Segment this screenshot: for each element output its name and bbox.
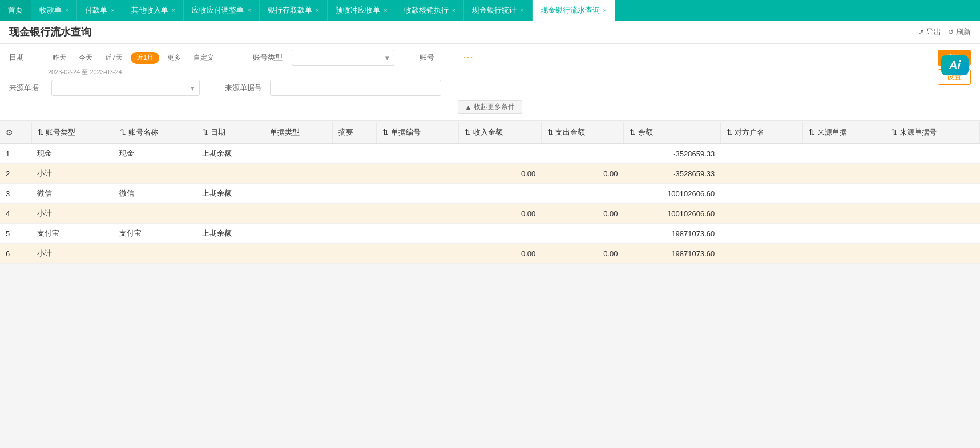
table-cell <box>332 164 376 184</box>
ai-badge[interactable]: Ai <box>941 55 969 75</box>
table-row: 6小计0.000.0019871073.60 <box>0 244 980 264</box>
table-cell: 上期余额 <box>196 224 264 244</box>
table-header-row: ⚙ ⇅ 账号类型 ⇅ 账号名称 ⇅ 日期 单据类型 摘要 ⇅ 单据编号 ⇅ 收入… <box>0 122 980 143</box>
col-source-doc-no[interactable]: ⇅ 来源单据号 <box>885 122 980 143</box>
page-header: 现金银行流水查询 ↗ 导出 ↺ 刷新 <box>0 21 980 44</box>
table-cell <box>720 164 802 184</box>
nav-tab-ar-adjust[interactable]: 应收应付调整单 × <box>184 0 259 21</box>
export-button[interactable]: ↗ 导出 <box>918 27 941 37</box>
table-cell: 0.00 <box>541 244 623 264</box>
table-cell <box>264 244 332 264</box>
nav-tab-ar-adjust-label: 应收应付调整单 <box>192 5 244 15</box>
collapse-button[interactable]: ▲ 收起更多条件 <box>458 100 523 114</box>
table-row: 4小计0.000.00100102606.60 <box>0 204 980 224</box>
nav-tab-writeoff[interactable]: 收款核销执行 × <box>396 0 464 21</box>
nav-home[interactable]: 首页 <box>0 0 31 21</box>
source-doc-no-label: 来源单据号 <box>225 83 262 93</box>
source-doc-select[interactable]: ▾ <box>51 80 200 96</box>
col-income-label: ⇅ 收入金额 <box>465 128 503 136</box>
nav-tab-other-income-close[interactable]: × <box>172 7 175 14</box>
date-options: 昨天 今天 近7天 近1月 更多 自定义 <box>48 52 219 64</box>
table-cell <box>377 164 459 184</box>
nav-tab-prepay-label: 预收冲应收单 <box>336 5 380 15</box>
col-account-type[interactable]: ⇅ 账号类型 <box>31 122 114 143</box>
col-income[interactable]: ⇅ 收入金额 <box>459 122 541 143</box>
filter-area: 日期 昨天 今天 近7天 近1月 更多 自定义 账号类型 ▾ <box>0 44 980 121</box>
table-cell: 19871073.60 <box>623 224 720 244</box>
col-counterparty-label: ⇅ 对方户名 <box>727 128 765 136</box>
col-doc-no[interactable]: ⇅ 单据编号 <box>377 122 459 143</box>
collapse-bar: ▲ 收起更多条件 <box>9 98 971 117</box>
source-filter-row: 来源单据 ▾ 来源单据号 <box>9 80 926 96</box>
nav-tab-bank-deposit-close[interactable]: × <box>316 7 319 14</box>
table-cell <box>332 244 376 264</box>
nav-tab-payment[interactable]: 付款单 × <box>77 0 123 21</box>
col-account-name[interactable]: ⇅ 账号名称 <box>114 122 196 143</box>
nav-tab-payment-close[interactable]: × <box>111 7 114 14</box>
table-cell: -3528659.33 <box>623 143 720 164</box>
refresh-label: 刷新 <box>956 27 971 37</box>
nav-tab-cash-stat[interactable]: 现金银行统计 × <box>464 0 532 21</box>
col-expense[interactable]: ⇅ 支出金额 <box>541 122 623 143</box>
col-gear[interactable]: ⚙ <box>0 122 31 143</box>
table-cell <box>720 244 802 264</box>
date-7days[interactable]: 近7天 <box>100 52 127 64</box>
col-date[interactable]: ⇅ 日期 <box>196 122 264 143</box>
table-cell <box>720 224 802 244</box>
table-cell: 1 <box>0 143 31 164</box>
nav-tab-cash-flow-close[interactable]: × <box>603 7 607 14</box>
table-cell <box>459 143 541 164</box>
col-counterparty[interactable]: ⇅ 对方户名 <box>720 122 802 143</box>
table-cell <box>196 244 264 264</box>
table-cell: 微信 <box>31 184 114 204</box>
date-today[interactable]: 今天 <box>74 52 97 64</box>
date-yesterday[interactable]: 昨天 <box>48 52 71 64</box>
col-doc-type[interactable]: 单据类型 <box>264 122 332 143</box>
source-doc-arrow: ▾ <box>191 84 195 92</box>
table-cell <box>332 184 376 204</box>
account-no-ellipsis[interactable]: ··· <box>463 53 474 63</box>
nav-tab-prepay[interactable]: 预收冲应收单 × <box>328 0 396 21</box>
nav-tab-ar-adjust-close[interactable]: × <box>247 7 251 14</box>
table-cell: 5 <box>0 224 31 244</box>
nav-tab-writeoff-close[interactable]: × <box>452 7 455 14</box>
col-source-doc[interactable]: ⇅ 来源单据 <box>803 122 885 143</box>
nav-tab-receipt[interactable]: 收款单 × <box>31 0 77 21</box>
table-cell <box>377 184 459 204</box>
nav-tab-cash-stat-close[interactable]: × <box>520 7 523 14</box>
col-balance[interactable]: ⇅ 余额 <box>623 122 720 143</box>
table-cell: 6 <box>0 244 31 264</box>
source-doc-no-input[interactable] <box>270 80 441 96</box>
refresh-button[interactable]: ↺ 刷新 <box>948 27 971 37</box>
table-cell: 0.00 <box>459 244 541 264</box>
table-cell <box>720 204 802 224</box>
table-cell: -3528659.33 <box>623 164 720 184</box>
account-type-select[interactable]: ▾ <box>292 50 394 66</box>
export-label: 导出 <box>926 27 941 37</box>
date-more[interactable]: 更多 <box>163 52 185 64</box>
table-cell <box>264 164 332 184</box>
refresh-icon: ↺ <box>948 28 954 36</box>
nav-tab-prepay-close[interactable]: × <box>384 7 387 14</box>
table-cell: 支付宝 <box>114 224 196 244</box>
nav-home-label: 首页 <box>8 5 23 15</box>
nav-tab-cash-flow[interactable]: 现金银行流水查询 × <box>533 0 615 21</box>
nav-tab-bank-deposit[interactable]: 银行存取款单 × <box>260 0 328 21</box>
col-summary[interactable]: 摘要 <box>332 122 376 143</box>
nav-tab-receipt-label: 收款单 <box>39 5 62 15</box>
table-cell <box>803 204 885 224</box>
date-custom[interactable]: 自定义 <box>189 52 219 64</box>
table-cell: 小计 <box>31 204 114 224</box>
table-cell <box>332 224 376 244</box>
table-container: ⚙ ⇅ 账号类型 ⇅ 账号名称 ⇅ 日期 单据类型 摘要 ⇅ 单据编号 ⇅ 收入… <box>0 122 980 264</box>
table-cell <box>264 184 332 204</box>
nav-tab-other-income[interactable]: 其他收入单 × <box>123 0 184 21</box>
nav-tab-receipt-close[interactable]: × <box>65 7 68 14</box>
date-1month[interactable]: 近1月 <box>131 52 160 64</box>
table-cell <box>885 164 980 184</box>
table-cell: 现金 <box>114 143 196 164</box>
ai-badge-label: Ai <box>949 59 961 71</box>
table-cell: 100102606.60 <box>623 204 720 224</box>
table-row: 3微信微信上期余额100102606.60 <box>0 184 980 204</box>
table-cell <box>803 143 885 164</box>
